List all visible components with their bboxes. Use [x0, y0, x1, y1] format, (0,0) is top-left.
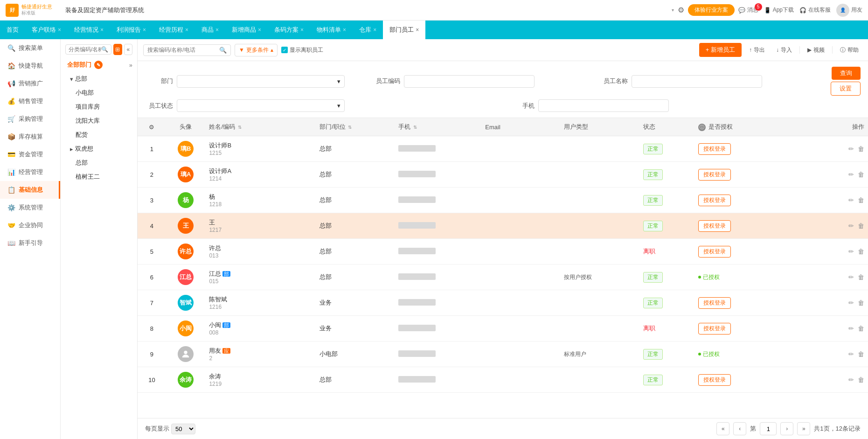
delete-icon[interactable]: 🗑	[858, 196, 864, 204]
page-number-input[interactable]	[760, 422, 777, 435]
user-btn[interactable]: 👤 用友	[836, 4, 862, 17]
nav-close-profit[interactable]: ×	[143, 27, 146, 33]
col-phone[interactable]: 手机 ⇅	[395, 118, 481, 136]
filter-phone-input[interactable]	[538, 99, 669, 112]
nav-close-goods[interactable]: ×	[215, 27, 219, 33]
edit-icon[interactable]: ✏	[848, 196, 854, 204]
sidebar-item-marketing[interactable]: 📢 营销推广	[0, 75, 60, 92]
auth-button[interactable]: 授权登录	[698, 246, 731, 258]
dept-node-zongbu-expand[interactable]: ▾ 总部	[61, 72, 137, 86]
filter-empcode-input[interactable]	[404, 75, 535, 88]
sidebar-item-search[interactable]: 🔍 搜索菜单	[0, 39, 60, 57]
edit-icon[interactable]: ✏	[848, 145, 854, 153]
nav-goods[interactable]: 商品×	[195, 21, 225, 39]
dept-search-input[interactable]	[69, 46, 101, 53]
nav-profit[interactable]: 利润报告×	[110, 21, 153, 39]
try-btn[interactable]: 体验行业方案	[688, 4, 735, 16]
dept-tree-action-active[interactable]: ⊞	[113, 44, 122, 55]
next-page-btn[interactable]: ›	[780, 422, 793, 435]
delete-icon[interactable]: 🗑	[858, 145, 864, 153]
edit-icon[interactable]: ✏	[848, 299, 854, 307]
sidebar-item-shortcuts[interactable]: 🏠 快捷导航	[0, 57, 60, 75]
help-btn[interactable]: ⓘ 帮助	[836, 44, 862, 56]
system-title-arrow[interactable]: ▾	[672, 7, 674, 13]
dept-search-box[interactable]: 🔍	[65, 44, 111, 55]
dept-node-zongbu2[interactable]: 总部	[61, 156, 137, 170]
sidebar-item-system[interactable]: ⚙️ 系统管理	[0, 199, 60, 216]
export-btn[interactable]: ↑ 导出	[745, 44, 769, 56]
dept-node-shuanghu[interactable]: ▸ 双虎想	[61, 142, 137, 156]
nav-history[interactable]: 经营历程×	[153, 21, 195, 39]
edit-icon[interactable]: ✏	[848, 273, 854, 281]
auth-button[interactable]: 授权登录	[698, 195, 731, 206]
online-service-btn[interactable]: 🎧 在线客服	[799, 6, 831, 14]
sidebar-item-operations[interactable]: 📊 经营管理	[0, 163, 60, 181]
nav-close-add-goods[interactable]: ×	[258, 27, 261, 33]
sidebar-item-purchase[interactable]: 🛒 采购管理	[0, 110, 60, 128]
col-name[interactable]: 姓名/编码 ⇅	[205, 118, 316, 136]
nav-bom[interactable]: 物料清单×	[310, 21, 353, 39]
nav-close-barcode[interactable]: ×	[300, 27, 304, 33]
edit-icon[interactable]: ✏	[848, 325, 854, 332]
last-page-btn[interactable]: »	[797, 422, 810, 435]
message-btn[interactable]: 💬 消息 5	[738, 6, 758, 14]
sidebar-item-basic-info[interactable]: 📋 基础信息	[0, 181, 60, 199]
app-download-btn[interactable]: 📱 App下载	[764, 6, 794, 14]
auth-button[interactable]: 授权登录	[698, 374, 731, 386]
delete-icon[interactable]: 🗑	[858, 222, 864, 230]
delete-icon[interactable]: 🗑	[858, 299, 864, 307]
nav-close-operation[interactable]: ×	[100, 27, 104, 33]
delete-icon[interactable]: 🗑	[858, 350, 864, 358]
prev-page-btn[interactable]: ‹	[733, 422, 746, 435]
page-size-dropdown[interactable]: 50 100	[171, 424, 195, 434]
filter-empname-input[interactable]	[632, 75, 762, 88]
sidebar-item-guide[interactable]: 📖 新手引导	[0, 234, 60, 252]
delete-icon[interactable]: 🗑	[858, 171, 864, 178]
import-btn[interactable]: ↓ 导入	[772, 44, 796, 56]
query-button[interactable]: 查询	[832, 67, 861, 80]
add-employee-button[interactable]: + 新增员工	[699, 43, 742, 57]
nav-add-goods[interactable]: 新增商品×	[225, 21, 268, 39]
filter-status-select[interactable]: ▾	[177, 99, 345, 112]
nav-close-history[interactable]: ×	[185, 27, 188, 33]
first-page-btn[interactable]: «	[716, 422, 729, 435]
sidebar-item-collab[interactable]: 🤝 企业协同	[0, 216, 60, 234]
view-btn[interactable]: ▶ 视频	[804, 44, 828, 56]
dept-tree-collapse-btn[interactable]: «	[124, 44, 133, 55]
search-input[interactable]	[147, 47, 217, 53]
auth-button[interactable]: 授权登录	[698, 143, 731, 155]
edit-icon[interactable]: ✏	[848, 171, 854, 178]
filter-dept-select[interactable]: ▾	[177, 75, 345, 88]
nav-close-customer[interactable]: ×	[58, 27, 61, 33]
nav-dept-employee[interactable]: 部门员工×	[383, 21, 425, 39]
edit-icon[interactable]: ✏	[848, 350, 854, 358]
auth-button[interactable]: 授权登录	[698, 220, 731, 232]
dept-node-zhishu[interactable]: 植树王二	[61, 170, 137, 184]
col-settings[interactable]: ⚙	[138, 118, 166, 136]
nav-barcode[interactable]: 条码方案×	[268, 21, 310, 39]
delete-icon[interactable]: 🗑	[858, 325, 864, 332]
dept-node-all[interactable]: 全部部门 ✎ »	[61, 58, 137, 72]
edit-icon[interactable]: ✏	[848, 222, 854, 230]
edit-icon[interactable]: ✏	[848, 248, 854, 255]
nav-warehouse[interactable]: 仓库×	[353, 21, 383, 39]
auth-button[interactable]: 授权登录	[698, 323, 731, 334]
settings-icon[interactable]: ⚙	[678, 6, 684, 14]
delete-icon[interactable]: 🗑	[858, 248, 864, 255]
nav-customer[interactable]: 客户联络×	[25, 21, 68, 39]
nav-operation[interactable]: 经营情况×	[68, 21, 110, 39]
dept-node-project[interactable]: 项目库房	[61, 100, 137, 114]
filter-btn[interactable]: ▼ 更多条件 ▴	[235, 44, 278, 56]
search-box[interactable]: 🔍	[143, 44, 231, 56]
nav-close-bom[interactable]: ×	[343, 27, 346, 33]
nav-home[interactable]: 首页	[0, 21, 25, 39]
page-size-select[interactable]: 每页显示 50 100	[145, 424, 195, 434]
show-resign-toggle[interactable]: ✓ 显示离职员工	[281, 46, 323, 54]
dept-node-peihuo[interactable]: 配货	[61, 128, 137, 142]
delete-icon[interactable]: 🗑	[858, 376, 864, 383]
sidebar-item-finance[interactable]: 💳 资金管理	[0, 146, 60, 163]
dept-node-shenyang[interactable]: 沈阳大库	[61, 114, 137, 128]
col-dept[interactable]: 部门/职位 ⇅	[316, 118, 395, 136]
edit-icon[interactable]: ✏	[848, 376, 854, 383]
setup-button[interactable]: 设置	[831, 82, 861, 96]
